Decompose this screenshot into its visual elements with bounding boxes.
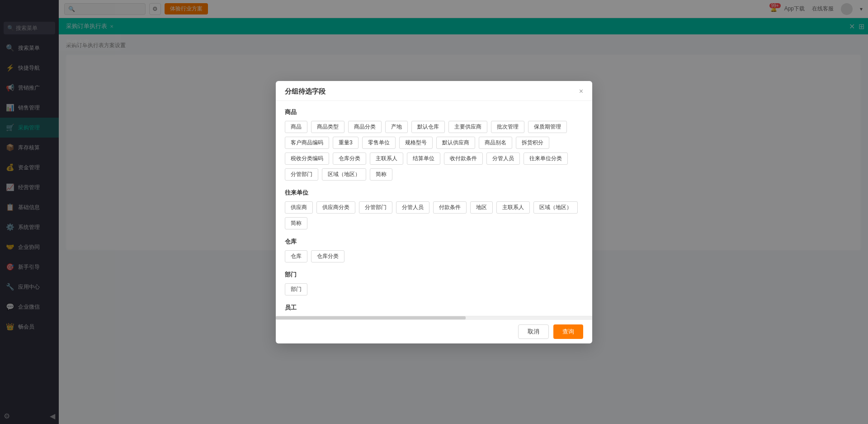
field-tag-仓库分类[interactable]: 仓库分类: [333, 152, 366, 165]
field-tag-分管部门[interactable]: 分管部门: [285, 168, 318, 181]
section-title-employee: 员工: [285, 304, 583, 312]
field-tags-warehouse: 仓库仓库分类: [285, 250, 583, 262]
field-sections: 商品商品商品类型商品分类产地默认仓库主要供应商批次管理保质期管理客户商品编码重量…: [285, 108, 583, 316]
field-tag-产地[interactable]: 产地: [385, 121, 408, 133]
field-section-employee: 员工业务员: [285, 304, 583, 316]
modal-footer: 取消 查询: [276, 319, 592, 343]
field-tag-区域（地区）[interactable]: 区域（地区）: [533, 201, 578, 214]
field-tag-分管人员[interactable]: 分管人员: [486, 152, 520, 165]
field-tag-保质期管理[interactable]: 保质期管理: [528, 121, 567, 133]
field-tag-税收分类编码[interactable]: 税收分类编码: [285, 152, 329, 165]
field-tag-部门[interactable]: 部门: [285, 283, 307, 295]
section-title-goods: 商品: [285, 108, 583, 116]
field-tag-默认供应商[interactable]: 默认供应商: [436, 137, 475, 149]
field-tag-客户商品编码[interactable]: 客户商品编码: [285, 137, 329, 149]
section-title-warehouse: 仓库: [285, 238, 583, 246]
field-tag-重量3[interactable]: 重量3: [333, 137, 359, 149]
modal-body[interactable]: 商品商品商品类型商品分类产地默认仓库主要供应商批次管理保质期管理客户商品编码重量…: [276, 101, 592, 316]
field-tag-主要供应商[interactable]: 主要供应商: [448, 121, 487, 133]
field-tag-分管人员[interactable]: 分管人员: [396, 201, 429, 214]
field-tag-往来单位分类[interactable]: 往来单位分类: [524, 152, 568, 165]
field-tags-counterpart: 供应商供应商分类分管部门分管人员付款条件地区主联系人区域（地区）简称: [285, 201, 583, 229]
section-title-department: 部门: [285, 271, 583, 279]
field-tag-结算单位[interactable]: 结算单位: [407, 152, 440, 165]
field-section-department: 部门部门: [285, 271, 583, 295]
field-tag-规格型号[interactable]: 规格型号: [399, 137, 433, 149]
field-section-goods: 商品商品商品类型商品分类产地默认仓库主要供应商批次管理保质期管理客户商品编码重量…: [285, 108, 583, 181]
field-tag-主联系人[interactable]: 主联系人: [496, 201, 530, 214]
field-tag-商品别名[interactable]: 商品别名: [479, 137, 512, 149]
confirm-button[interactable]: 查询: [553, 324, 583, 339]
field-section-warehouse: 仓库仓库仓库分类: [285, 238, 583, 262]
field-section-counterpart: 往来单位供应商供应商分类分管部门分管人员付款条件地区主联系人区域（地区）简称: [285, 189, 583, 229]
cancel-button[interactable]: 取消: [518, 324, 549, 339]
field-tag-地区[interactable]: 地区: [470, 201, 493, 214]
modal-dialog: 分组待选字段 × 商品商品商品类型商品分类产地默认仓库主要供应商批次管理保质期管…: [276, 81, 592, 343]
field-tag-简称[interactable]: 简称: [370, 168, 392, 181]
field-tag-简称[interactable]: 简称: [285, 217, 307, 229]
field-tag-商品分类[interactable]: 商品分类: [348, 121, 382, 133]
field-tag-批次管理[interactable]: 批次管理: [491, 121, 524, 133]
field-tag-区域（地区）[interactable]: 区域（地区）: [322, 168, 366, 181]
field-tag-供应商[interactable]: 供应商: [285, 201, 313, 214]
field-tag-仓库分类[interactable]: 仓库分类: [311, 250, 344, 262]
field-tag-默认仓库[interactable]: 默认仓库: [411, 121, 445, 133]
field-tag-商品[interactable]: 商品: [285, 121, 307, 133]
field-tag-商品类型[interactable]: 商品类型: [311, 121, 344, 133]
section-title-counterpart: 往来单位: [285, 189, 583, 197]
modal-hscroll-thumb: [276, 316, 466, 319]
field-tag-拆货积分[interactable]: 拆货积分: [516, 137, 549, 149]
field-tag-供应商分类[interactable]: 供应商分类: [316, 201, 355, 214]
modal-hscroll: [276, 316, 592, 319]
field-tags-department: 部门: [285, 283, 583, 295]
field-tag-分管部门[interactable]: 分管部门: [359, 201, 392, 214]
field-tags-goods: 商品商品类型商品分类产地默认仓库主要供应商批次管理保质期管理客户商品编码重量3零…: [285, 121, 583, 181]
field-tag-付款条件[interactable]: 付款条件: [433, 201, 467, 214]
modal-header: 分组待选字段 ×: [276, 81, 592, 101]
modal-close-button[interactable]: ×: [579, 88, 583, 95]
field-tag-仓库[interactable]: 仓库: [285, 250, 307, 262]
field-tag-零售单位[interactable]: 零售单位: [362, 137, 396, 149]
modal-overlay[interactable]: 分组待选字段 × 商品商品商品类型商品分类产地默认仓库主要供应商批次管理保质期管…: [0, 0, 868, 424]
modal-title: 分组待选字段: [285, 87, 326, 96]
field-tag-主联系人[interactable]: 主联系人: [370, 152, 403, 165]
field-tag-收付款条件[interactable]: 收付款条件: [444, 152, 483, 165]
